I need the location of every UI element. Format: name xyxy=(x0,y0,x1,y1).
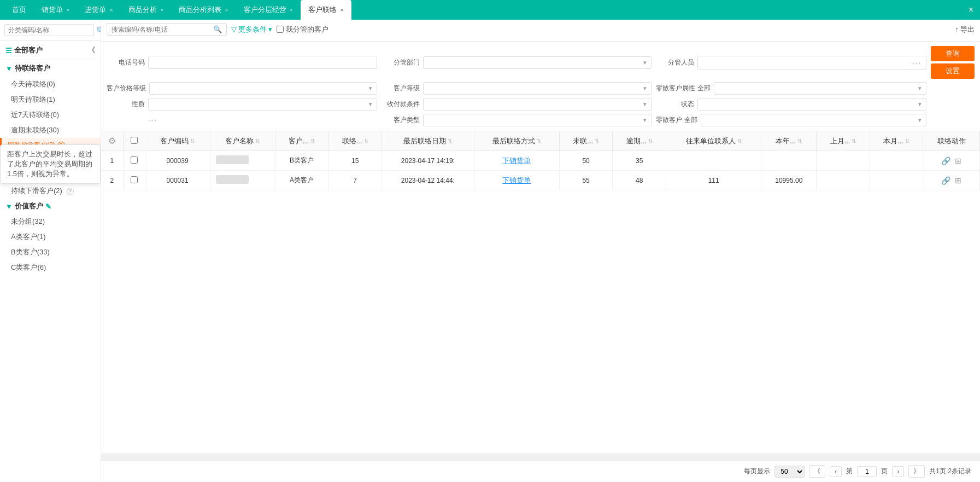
query-button[interactable]: 查询 xyxy=(931,46,975,61)
filter-field-phone: 电话号码 xyxy=(107,56,377,69)
search-icon[interactable]: 🔍 xyxy=(96,26,101,34)
th-settings[interactable]: ⚙ xyxy=(101,131,123,151)
last-page-button[interactable]: 》 xyxy=(908,465,925,478)
select-payment[interactable]: ▾ xyxy=(423,98,652,111)
chevron-down-icon: ▾ xyxy=(643,117,647,124)
sidebar-search-area: 🔍 xyxy=(0,20,101,41)
select-all-checkbox[interactable] xyxy=(131,137,138,144)
sort-icon[interactable]: ⇅ xyxy=(905,138,909,144)
select-cust-grade[interactable]: ▾ xyxy=(423,82,652,95)
td-last-contact-method[interactable]: 下销货单 xyxy=(474,151,559,171)
sort-icon[interactable]: ⇅ xyxy=(797,138,802,144)
next-page-button[interactable]: › xyxy=(892,466,904,477)
sort-icon[interactable]: ⇅ xyxy=(255,138,260,144)
nav-item-customer-layers[interactable]: 客户分层经营 × xyxy=(236,0,301,20)
sort-icon[interactable]: ⇅ xyxy=(595,138,599,144)
sidebar-value-customers[interactable]: ▼ 价值客户 ✎ xyxy=(0,199,101,214)
nav-item-product-analysis-list[interactable]: 商品分析列表 × xyxy=(171,0,236,20)
td-checkbox[interactable] xyxy=(123,151,145,171)
more-conditions-button[interactable]: ▽ 更多条件 ▾ xyxy=(231,25,272,34)
link-action-icon[interactable]: 🔗 xyxy=(941,176,950,185)
sidebar-pending-contact[interactable]: ▼ 待联络客户 xyxy=(0,60,101,77)
settings-button[interactable]: 设置 xyxy=(931,63,975,79)
row-checkbox[interactable] xyxy=(131,176,138,183)
sort-icon[interactable]: ⇅ xyxy=(190,138,195,144)
chevron-down-icon: ▾ xyxy=(268,25,272,33)
filter-icon: ▽ xyxy=(231,25,237,33)
nav-item-sales[interactable]: 销货单 × xyxy=(34,0,77,20)
grid-action-icon[interactable]: ⊞ xyxy=(955,176,961,185)
select-nature[interactable]: ▾ xyxy=(148,98,377,111)
sidebar-item-class-c[interactable]: C类客户(6) xyxy=(0,260,101,275)
nav-item-purchase[interactable]: 进货单 × xyxy=(77,0,120,20)
nav-item-customer-contact[interactable]: 客户联络 × xyxy=(301,0,351,20)
close-icon[interactable]: × xyxy=(225,7,228,13)
sort-icon[interactable]: ⇅ xyxy=(310,138,315,144)
close-icon[interactable]: × xyxy=(160,7,163,13)
table-header-row: ⚙ 客户编码⇅ 客户名称⇅ 客户...⇅ xyxy=(101,131,980,151)
my-customers-check[interactable] xyxy=(277,26,284,33)
first-page-button[interactable]: 《 xyxy=(809,465,825,478)
select-price-grade[interactable]: ▾ xyxy=(149,82,377,95)
sort-icon[interactable]: ⇅ xyxy=(364,138,368,144)
link-action-icon[interactable]: 🔗 xyxy=(941,156,950,165)
td-type: B类客户 xyxy=(275,151,328,171)
close-icon[interactable]: × xyxy=(66,7,69,13)
filter-field-nature: 性质 ▾ xyxy=(107,98,377,111)
gear-button[interactable]: ⚙ xyxy=(108,136,116,146)
sidebar-item-class-a[interactable]: A类客户(1) xyxy=(0,229,101,245)
select-manager[interactable]: ··· xyxy=(697,56,926,69)
search-input[interactable] xyxy=(112,26,213,33)
sidebar-item-7days[interactable]: 近7天待联络(0) xyxy=(0,107,101,123)
td-checkbox[interactable] xyxy=(123,171,145,190)
horizontal-scrollbar[interactable] xyxy=(101,454,980,460)
sort-icon[interactable]: ⇅ xyxy=(537,138,541,144)
current-page-input[interactable] xyxy=(857,466,877,477)
close-icon[interactable]: × xyxy=(340,7,343,13)
select-dept[interactable]: ▾ xyxy=(423,56,652,69)
search-icon[interactable]: 🔍 xyxy=(213,25,222,33)
sidebar-all-customers[interactable]: ☰ 全部客户 《 xyxy=(0,41,101,60)
nav-item-product-analysis[interactable]: 商品分析 × xyxy=(121,0,171,20)
close-icon[interactable]: × xyxy=(290,7,293,13)
close-icon[interactable]: × xyxy=(109,7,113,13)
sidebar-item-declining[interactable]: 持续下滑客户(2) ? xyxy=(0,183,101,199)
per-page-label: 每页显示 xyxy=(744,467,770,476)
label-cust-type: 客户类型 xyxy=(382,115,420,125)
td-last-contact-date: 2023-04-17 14:19: xyxy=(382,151,474,171)
td-index: 1 xyxy=(101,151,123,171)
select-scatter-attr[interactable]: ▾ xyxy=(714,82,926,95)
select-cust-type[interactable]: ▾ xyxy=(423,114,652,126)
sidebar-item-overdue[interactable]: 逾期未联络(30) xyxy=(0,123,101,138)
sidebar-search-input[interactable] xyxy=(4,24,94,36)
sort-icon[interactable]: ⇅ xyxy=(648,138,653,144)
row-checkbox[interactable] xyxy=(131,156,138,164)
edit-icon[interactable]: ✎ xyxy=(45,202,51,211)
sort-icon[interactable]: ⇅ xyxy=(737,138,742,144)
select-status[interactable]: ▾ xyxy=(697,98,926,111)
sidebar-item-tomorrow[interactable]: 明天待联络(1) xyxy=(0,92,101,107)
filter-row-grade: 客户价格等级 ▾ 客户等级 ▾ 零散客户属性 全部 xyxy=(107,82,975,95)
my-customers-checkbox[interactable]: 我分管的客户 xyxy=(277,25,328,34)
dots-icon: ··· xyxy=(912,59,922,67)
sidebar-item-today[interactable]: 今天待联络(0) xyxy=(0,77,101,92)
select-scatter[interactable]: ▾ xyxy=(701,114,926,126)
tooltip-box: 距客户上次交易时长，超过了此客户的平均交易周期的1.5倍，则视为异常。 xyxy=(0,144,101,184)
sort-icon[interactable]: ⇅ xyxy=(448,138,452,144)
page-size-select[interactable]: 50 100 200 xyxy=(774,466,805,478)
filter-row-type: ··· 客户类型 ▾ 零散客户 全部 ▾ xyxy=(107,114,975,126)
export-button[interactable]: ↑ 导出 xyxy=(955,25,975,34)
th-checkbox[interactable] xyxy=(123,131,145,151)
sidebar-item-ungrouped[interactable]: 未分组(32) xyxy=(0,214,101,229)
table-row: 1 000039 B类客户 15 2023-04-17 14:19: 下销货单 … xyxy=(101,151,980,171)
td-last-contact-method[interactable]: 下销货单 xyxy=(474,171,559,190)
prev-page-button[interactable]: ‹ xyxy=(830,466,842,477)
nav-item-home[interactable]: 首页 xyxy=(4,0,34,20)
sidebar-item-class-b[interactable]: B类客户(33) xyxy=(0,245,101,260)
close-all-button[interactable]: × xyxy=(969,5,973,15)
collapse-icon[interactable]: 《 xyxy=(88,45,95,55)
sort-icon[interactable]: ⇅ xyxy=(852,138,856,144)
input-phone[interactable] xyxy=(148,56,377,69)
grid-action-icon[interactable]: ⊞ xyxy=(955,156,961,165)
chevron-down-icon: ▾ xyxy=(643,85,647,92)
